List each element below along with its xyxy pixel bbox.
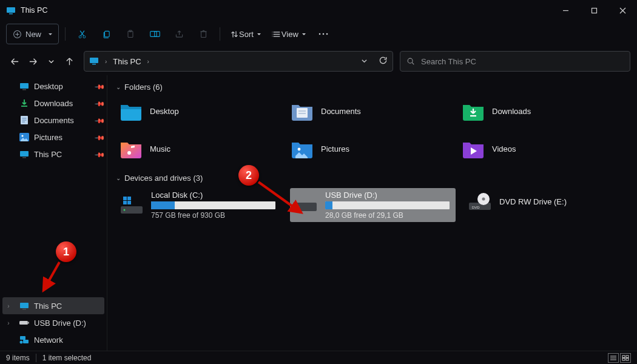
svg-rect-61 xyxy=(123,197,127,200)
svg-point-51 xyxy=(20,341,23,344)
chevron-right-icon[interactable]: › xyxy=(5,320,12,326)
copy-button[interactable] xyxy=(96,24,116,44)
annotation-badge-1: 1 xyxy=(56,241,76,262)
share-button[interactable] xyxy=(169,24,189,44)
group-header-label: Devices and drives (3) xyxy=(124,174,203,183)
more-button[interactable] xyxy=(313,24,334,44)
search-box[interactable]: Search This PC xyxy=(400,51,630,72)
pc-icon xyxy=(19,301,29,311)
content-pane: ⌄ Folders (6) Desktop Documents Downl xyxy=(107,75,637,351)
sidebar-item-label: Documents xyxy=(34,116,74,125)
refresh-button[interactable] xyxy=(379,56,388,67)
sidebar-item-pictures[interactable]: Pictures 📌 xyxy=(0,129,107,146)
address-dropdown-button[interactable] xyxy=(361,57,368,66)
folder-tile-music[interactable]: Music xyxy=(116,135,278,163)
delete-button[interactable] xyxy=(193,24,214,44)
sidebar-item-downloads[interactable]: Downloads 📌 xyxy=(0,95,107,112)
tiles-view-toggle[interactable] xyxy=(620,353,631,363)
svg-line-11 xyxy=(80,30,84,36)
window-title: This PC xyxy=(21,6,47,15)
svg-rect-63 xyxy=(123,201,127,204)
minimize-button[interactable] xyxy=(551,0,580,21)
annotation-arrow-2 xyxy=(254,177,308,220)
svg-rect-17 xyxy=(154,32,160,37)
svg-point-59 xyxy=(124,209,126,211)
svg-point-32 xyxy=(408,58,413,63)
pin-icon: 📌 xyxy=(94,149,105,160)
back-button[interactable] xyxy=(8,53,21,69)
folder-tile-desktop[interactable]: Desktop xyxy=(116,97,278,125)
navigation-row: › This PC › Search This PC xyxy=(0,47,637,75)
tree-item-usb-drive[interactable]: › USB Drive (D:) xyxy=(0,314,107,331)
chevron-right-icon[interactable]: › xyxy=(146,58,150,65)
svg-point-27 xyxy=(319,33,321,35)
address-bar[interactable]: › This PC › xyxy=(84,51,393,72)
maximize-button[interactable] xyxy=(580,0,608,21)
documents-folder-icon xyxy=(291,101,314,121)
drive-tile-usb-d[interactable]: USB Drive (D:) 28,0 GB free of 29,1 GB xyxy=(290,188,456,222)
svg-rect-62 xyxy=(127,197,131,200)
item-count: 9 items xyxy=(6,354,30,362)
pictures-folder-icon xyxy=(291,138,314,159)
sidebar-item-label: Pictures xyxy=(34,133,62,142)
hdd-windows-icon xyxy=(120,190,144,220)
download-icon xyxy=(19,98,29,108)
new-button-label: New xyxy=(25,30,41,39)
details-view-toggle[interactable] xyxy=(608,353,619,363)
svg-point-42 xyxy=(21,135,23,136)
svg-rect-50 xyxy=(23,340,29,343)
search-icon xyxy=(406,57,415,66)
svg-rect-49 xyxy=(20,336,25,340)
drive-tile-dvd-e[interactable]: DVD DVD RW Drive (E:) xyxy=(464,188,630,215)
svg-rect-77 xyxy=(626,356,629,358)
view-button[interactable]: View xyxy=(268,24,309,44)
sort-button[interactable]: Sort xyxy=(226,24,265,44)
address-icon xyxy=(89,56,99,67)
paste-button[interactable] xyxy=(120,24,141,44)
svg-rect-76 xyxy=(622,356,625,358)
dvd-drive-icon: DVD xyxy=(468,190,492,212)
folders-group-header[interactable]: ⌄ Folders (6) xyxy=(112,79,637,95)
svg-rect-3 xyxy=(592,8,597,13)
drive-free-text: 28,0 GB free of 29,1 GB xyxy=(325,211,450,220)
folder-name: Videos xyxy=(492,144,516,153)
chevron-right-icon[interactable]: › xyxy=(104,58,108,65)
folder-name: Music xyxy=(150,144,170,153)
app-icon xyxy=(6,5,16,15)
folder-tile-videos[interactable]: Videos xyxy=(458,135,621,163)
tree-item-network[interactable]: Network xyxy=(0,331,107,348)
folder-tile-downloads[interactable]: Downloads xyxy=(458,97,621,125)
folder-tile-documents[interactable]: Documents xyxy=(287,97,450,125)
rename-button[interactable] xyxy=(144,24,165,44)
annotation-badge-2: 2 xyxy=(238,165,259,186)
cut-button[interactable] xyxy=(72,24,92,44)
command-bar: New Sort View xyxy=(0,21,637,47)
svg-rect-35 xyxy=(22,89,26,90)
folder-tile-pictures[interactable]: Pictures xyxy=(287,135,450,163)
sort-label: Sort xyxy=(239,30,254,39)
sidebar-item-documents[interactable]: Documents 📌 xyxy=(0,112,107,129)
svg-point-71 xyxy=(482,198,485,201)
close-button[interactable] xyxy=(608,0,637,21)
separator-icon xyxy=(220,27,220,41)
recent-locations-button[interactable] xyxy=(44,53,58,69)
drives-group-header[interactable]: ⌄ Devices and drives (3) xyxy=(112,170,637,186)
svg-rect-45 xyxy=(20,303,29,308)
sidebar-item-this-pc[interactable]: This PC 📌 xyxy=(0,146,107,163)
navigation-pane: Desktop 📌 Downloads 📌 Documents 📌 Pictur… xyxy=(0,75,107,351)
desktop-icon xyxy=(19,81,29,91)
pin-icon: 📌 xyxy=(94,98,105,109)
document-icon xyxy=(19,115,29,125)
up-button[interactable] xyxy=(62,53,76,69)
svg-text:DVD: DVD xyxy=(472,206,480,209)
new-button[interactable]: New xyxy=(6,24,59,44)
sidebar-item-desktop[interactable]: Desktop 📌 xyxy=(0,78,107,95)
forward-button[interactable] xyxy=(26,53,39,69)
breadcrumb-segment[interactable]: This PC xyxy=(113,57,141,66)
svg-line-12 xyxy=(80,30,84,36)
tree-item-this-pc[interactable]: › This PC xyxy=(2,297,104,314)
chevron-right-icon[interactable]: › xyxy=(5,303,12,309)
folder-name: Desktop xyxy=(150,107,179,116)
svg-rect-78 xyxy=(622,358,625,360)
svg-rect-1 xyxy=(9,13,13,15)
